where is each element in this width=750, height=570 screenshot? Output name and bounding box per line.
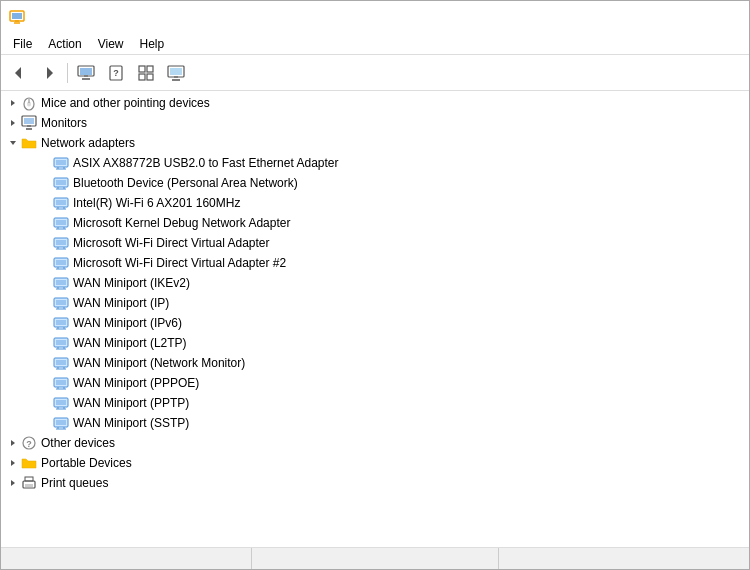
expand-icon-other-devices[interactable]	[5, 435, 21, 451]
menu-item-file[interactable]: File	[5, 35, 40, 53]
svg-marker-100	[11, 440, 15, 446]
item-label-ms-wifi-direct2: Microsoft Wi-Fi Direct Virtual Adapter #…	[73, 256, 286, 270]
svg-rect-31	[56, 160, 66, 165]
svg-rect-13	[147, 66, 153, 72]
menu-item-action[interactable]: Action	[40, 35, 89, 53]
svg-rect-1	[12, 13, 22, 19]
menu-bar: FileActionViewHelp	[1, 33, 749, 55]
svg-rect-107	[25, 484, 33, 487]
item-label-intel-wifi: Intel(R) Wi-Fi 6 AX201 160MHz	[73, 196, 240, 210]
svg-rect-76	[56, 340, 66, 345]
item-label-wan-netmon: WAN Miniport (Network Monitor)	[73, 356, 245, 370]
tree-item-wan-ipv6[interactable]: WAN Miniport (IPv6)	[1, 313, 749, 333]
tree-item-ms-wifi-direct[interactable]: Microsoft Wi-Fi Direct Virtual Adapter	[1, 233, 749, 253]
view-resources-button[interactable]	[132, 59, 160, 87]
item-icon-wan-ikev2	[53, 275, 69, 291]
tree-item-wan-netmon[interactable]: WAN Miniport (Network Monitor)	[1, 353, 749, 373]
forward-button[interactable]	[35, 59, 63, 87]
tree-item-wan-pppoe[interactable]: WAN Miniport (PPPOE)	[1, 373, 749, 393]
menu-item-help[interactable]: Help	[132, 35, 173, 53]
svg-text:?: ?	[113, 68, 119, 78]
tree-item-wan-sstp[interactable]: WAN Miniport (SSTP)	[1, 413, 749, 433]
tree-item-intel-wifi[interactable]: Intel(R) Wi-Fi 6 AX201 160MHz	[1, 193, 749, 213]
item-icon-ms-wifi-direct2	[53, 255, 69, 271]
item-icon-portable-devices	[21, 455, 37, 471]
item-label-ms-wifi-direct: Microsoft Wi-Fi Direct Virtual Adapter	[73, 236, 270, 250]
item-label-wan-ip: WAN Miniport (IP)	[73, 296, 169, 310]
item-label-wan-ipv6: WAN Miniport (IPv6)	[73, 316, 182, 330]
tree-item-ms-kernel[interactable]: Microsoft Kernel Debug Network Adapter	[1, 213, 749, 233]
svg-marker-103	[11, 460, 15, 466]
item-label-other-devices: Other devices	[41, 436, 115, 450]
toolbar-separator-1	[67, 63, 68, 83]
tree-item-mice[interactable]: Mice and other pointing devices	[1, 93, 749, 113]
expand-icon-portable-devices[interactable]	[5, 455, 21, 471]
content-area: Mice and other pointing devices Monitors…	[1, 91, 749, 547]
item-label-portable-devices: Portable Devices	[41, 456, 132, 470]
expand-icon-network-adapters[interactable]	[5, 135, 21, 151]
help-button[interactable]: ?	[102, 59, 130, 87]
item-label-bluetooth: Bluetooth Device (Personal Area Network)	[73, 176, 298, 190]
svg-marker-29	[10, 141, 16, 145]
svg-rect-86	[56, 380, 66, 385]
toolbar: ?	[1, 55, 749, 91]
item-icon-bluetooth	[53, 175, 69, 191]
expand-icon-print-queues[interactable]	[5, 475, 21, 491]
svg-rect-12	[139, 66, 145, 72]
item-icon-wan-netmon	[53, 355, 69, 371]
tree-item-wan-pptp[interactable]: WAN Miniport (PPTP)	[1, 393, 749, 413]
item-icon-intel-wifi	[53, 195, 69, 211]
menu-item-view[interactable]: View	[90, 35, 132, 53]
tree-item-wan-ikev2[interactable]: WAN Miniport (IKEv2)	[1, 273, 749, 293]
expand-icon-mice[interactable]	[5, 95, 21, 111]
svg-rect-15	[147, 74, 153, 80]
svg-marker-4	[15, 67, 21, 79]
item-label-monitors: Monitors	[41, 116, 87, 130]
item-label-print-queues: Print queues	[41, 476, 108, 490]
close-button[interactable]	[695, 1, 741, 33]
tree-item-asix[interactable]: ASIX AX88772B USB2.0 to Fast Ethernet Ad…	[1, 153, 749, 173]
svg-rect-66	[56, 300, 66, 305]
tree-item-wan-ip[interactable]: WAN Miniport (IP)	[1, 293, 749, 313]
item-icon-print-queues	[21, 475, 37, 491]
svg-rect-91	[56, 400, 66, 405]
view-devices-button[interactable]	[72, 59, 100, 87]
tree-item-print-queues[interactable]: Print queues	[1, 473, 749, 493]
item-icon-mice	[21, 95, 37, 111]
status-bar	[1, 547, 749, 569]
item-icon-wan-ip	[53, 295, 69, 311]
item-icon-ms-kernel	[53, 215, 69, 231]
monitor-button[interactable]	[162, 59, 190, 87]
svg-rect-61	[56, 280, 66, 285]
back-button[interactable]	[5, 59, 33, 87]
svg-rect-26	[24, 118, 34, 124]
tree-item-wan-l2tp[interactable]: WAN Miniport (L2TP)	[1, 333, 749, 353]
svg-rect-71	[56, 320, 66, 325]
tree-item-bluetooth[interactable]: Bluetooth Device (Personal Area Network)	[1, 173, 749, 193]
svg-rect-51	[56, 240, 66, 245]
svg-marker-20	[11, 100, 15, 106]
svg-rect-81	[56, 360, 66, 365]
minimize-button[interactable]	[603, 1, 649, 33]
status-pane-1	[5, 548, 252, 569]
item-label-network-adapters: Network adapters	[41, 136, 135, 150]
tree-item-ms-wifi-direct2[interactable]: Microsoft Wi-Fi Direct Virtual Adapter #…	[1, 253, 749, 273]
tree-item-monitors[interactable]: Monitors	[1, 113, 749, 133]
item-icon-monitors	[21, 115, 37, 131]
svg-rect-41	[56, 200, 66, 205]
item-label-mice: Mice and other pointing devices	[41, 96, 210, 110]
svg-rect-36	[56, 180, 66, 185]
tree-item-network-adapters[interactable]: Network adapters	[1, 133, 749, 153]
title-bar	[1, 1, 749, 33]
device-tree[interactable]: Mice and other pointing devices Monitors…	[1, 91, 749, 547]
item-icon-other-devices: ?	[21, 435, 37, 451]
item-icon-wan-ipv6	[53, 315, 69, 331]
maximize-button[interactable]	[649, 1, 695, 33]
item-icon-wan-l2tp	[53, 335, 69, 351]
tree-item-portable-devices[interactable]: Portable Devices	[1, 453, 749, 473]
tree-item-other-devices[interactable]: ? Other devices	[1, 433, 749, 453]
svg-rect-17	[170, 68, 182, 75]
item-label-wan-ikev2: WAN Miniport (IKEv2)	[73, 276, 190, 290]
expand-icon-monitors[interactable]	[5, 115, 21, 131]
item-label-wan-sstp: WAN Miniport (SSTP)	[73, 416, 189, 430]
